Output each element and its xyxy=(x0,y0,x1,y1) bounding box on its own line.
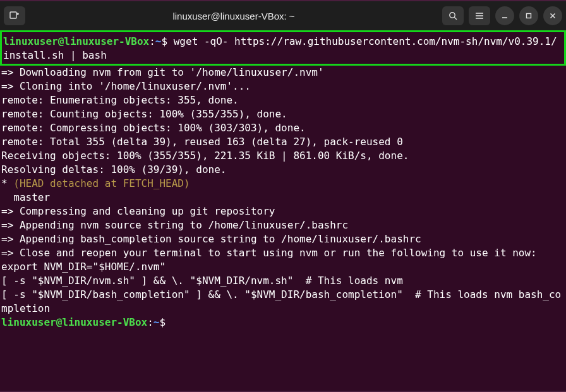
output-line: * (HEAD detached at FETCH_HEAD) xyxy=(1,177,565,191)
prompt-line-1: linuxuser@linuxuser-VBox:~$ wget -qO- ht… xyxy=(3,35,563,62)
output-line: master xyxy=(1,191,565,205)
prompt-line-2: linuxuser@linuxuser-VBox:~$ xyxy=(1,316,565,330)
output-line: Resolving deltas: 100% (39/39), done. xyxy=(1,163,565,177)
output-line: remote: Total 355 (delta 39), reused 163… xyxy=(1,135,565,149)
output-line: [ -s "$NVM_DIR/bash_completion" ] && \. … xyxy=(1,288,565,316)
output-line: remote: Counting objects: 100% (355/355)… xyxy=(1,107,565,121)
maximize-icon xyxy=(525,12,533,20)
command-highlight: linuxuser@linuxuser-VBox:~$ wget -qO- ht… xyxy=(0,30,566,66)
svg-rect-9 xyxy=(527,14,531,18)
search-icon xyxy=(449,11,457,20)
titlebar-left xyxy=(4,6,25,25)
prompt-dollar: $ xyxy=(161,35,173,47)
output-line: => Appending bash_completion source stri… xyxy=(1,232,565,246)
search-button[interactable] xyxy=(442,6,464,25)
svg-line-4 xyxy=(454,17,457,20)
output-line: export NVM_DIR="$HOME/.nvm" xyxy=(1,260,565,274)
svg-point-3 xyxy=(450,13,455,18)
output-line: remote: Enumerating objects: 355, done. xyxy=(1,93,565,107)
minimize-button[interactable] xyxy=(495,6,514,25)
prompt-dollar: $ xyxy=(159,316,171,328)
output-line: => Close and reopen your terminal to sta… xyxy=(1,246,565,260)
branch-head: (HEAD detached at FETCH_HEAD) xyxy=(13,177,190,189)
output-line: [ -s "$NVM_DIR/nvm.sh" ] && \. "$NVM_DIR… xyxy=(1,274,565,288)
maximize-button[interactable] xyxy=(519,6,538,25)
window-title: linuxuser@linuxuser-VBox: ~ xyxy=(30,11,437,21)
prompt-user: linuxuser@linuxuser-VBox xyxy=(3,35,149,47)
svg-rect-0 xyxy=(10,12,16,18)
output-line: => Compressing and cleaning up git repos… xyxy=(1,205,565,218)
output-line: => Downloading nvm from git to '/home/li… xyxy=(1,66,565,80)
terminal-output: => Downloading nvm from git to '/home/li… xyxy=(0,66,566,330)
terminal-window: linuxuser@linuxuser-VBox: ~ xyxy=(0,0,566,392)
minimize-icon xyxy=(501,12,509,20)
menu-button[interactable] xyxy=(469,6,490,25)
prompt-sep: : xyxy=(147,316,154,328)
prompt-sep: : xyxy=(149,35,155,47)
close-button[interactable] xyxy=(543,6,562,25)
output-line: Receiving objects: 100% (355/355), 221.3… xyxy=(1,149,565,163)
titlebar-right xyxy=(442,6,562,25)
output-line: => Appending nvm source string to /home/… xyxy=(1,218,565,232)
close-icon xyxy=(549,12,557,20)
hamburger-icon xyxy=(475,12,484,20)
branch-star: * xyxy=(1,177,13,189)
new-tab-icon xyxy=(9,11,20,20)
titlebar: linuxuser@linuxuser-VBox: ~ xyxy=(0,1,566,30)
prompt-user: linuxuser@linuxuser-VBox xyxy=(1,316,147,328)
new-tab-button[interactable] xyxy=(4,6,25,25)
output-line: remote: Compressing objects: 100% (303/3… xyxy=(1,121,565,135)
terminal-body[interactable]: linuxuser@linuxuser-VBox:~$ wget -qO- ht… xyxy=(0,30,566,391)
output-line: => Cloning into '/home/linuxuser/.nvm'..… xyxy=(1,80,565,93)
